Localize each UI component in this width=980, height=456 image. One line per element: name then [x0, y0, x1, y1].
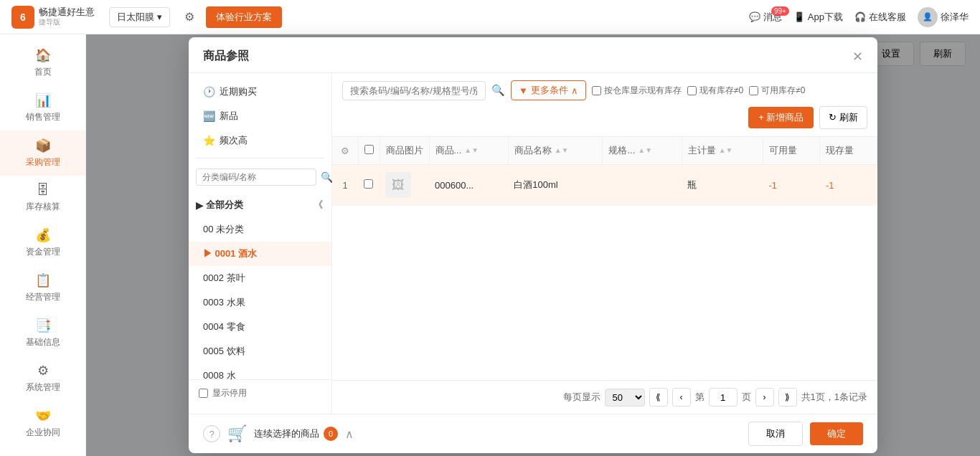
row-code: 000600... — [429, 165, 508, 206]
collapse-footer-icon[interactable]: ∧ — [345, 427, 354, 441]
col-name[interactable]: 商品名称 ▲▼ — [508, 137, 603, 165]
left-panel: 🕐 近期购买 🆕 新品 ⭐ 频次高 — [189, 73, 332, 414]
category-list: ▶ 全部分类 《 00 未分类 ▶ 0001 酒水 0002 茶叶 0003 水… — [189, 190, 331, 379]
prev-page-btn[interactable]: ‹ — [672, 388, 691, 407]
cat-0008[interactable]: 0008 水 — [189, 364, 331, 379]
row-unit: 瓶 — [682, 165, 763, 206]
company-selector[interactable]: 日太阳膜 ▾ — [109, 7, 170, 27]
checkbox-usable-label: 可用库存≠0 — [761, 85, 805, 97]
service-btn[interactable]: 🎧 在线客服 — [854, 11, 906, 24]
table-row[interactable]: 1 🖼 000600... 白酒100ml 瓶 — [332, 165, 877, 206]
select-count: 0 — [324, 427, 338, 441]
sidebar-item-purchase[interactable]: 📦 采购管理 — [0, 130, 85, 176]
cat-0002[interactable]: 0002 茶叶 — [189, 266, 331, 290]
row-num: 1 — [332, 165, 358, 206]
category-search-icon[interactable]: 🔍 — [321, 171, 333, 183]
clock-icon: 🕐 — [203, 86, 215, 98]
sidebar-item-guide[interactable]: 📖 新手引导 — [0, 446, 85, 456]
page-input[interactable] — [709, 388, 738, 407]
collapse-icon[interactable]: 《 — [311, 199, 324, 212]
modal-header: 商品参照 ✕ — [189, 37, 877, 73]
tab-recent[interactable]: 🕐 近期购买 — [196, 80, 324, 103]
col-checkbox[interactable] — [358, 137, 380, 165]
col-available: 可用量 — [763, 137, 820, 165]
help-icon[interactable]: ? — [203, 425, 220, 442]
modal-body: 🕐 近期购买 🆕 新品 ⭐ 频次高 — [189, 73, 877, 414]
checkbox-usable-stock[interactable]: 可用库存≠0 — [749, 85, 805, 97]
row-name: 白酒100ml — [508, 165, 603, 206]
filter-bar: 🔍 ▼ 更多条件 ∧ 按仓库显示现有库存 — [332, 73, 877, 137]
first-page-btn[interactable]: ⟪ — [649, 388, 668, 407]
user-menu[interactable]: 👤 徐泽华 — [918, 7, 969, 27]
show-disabled-toggle[interactable]: 显示停用 — [189, 379, 331, 407]
next-page-btn[interactable]: › — [755, 388, 774, 407]
sidebar-label-sales: 销售管理 — [26, 111, 60, 123]
per-page-select[interactable]: 50 100 200 — [605, 389, 645, 407]
star-icon: ⭐ — [203, 135, 215, 146]
page-label2: 页 — [742, 391, 751, 404]
modal-title: 商品参照 — [203, 49, 249, 64]
sidebar-item-inventory[interactable]: 🗄 库存核算 — [0, 176, 85, 220]
sidebar-item-system[interactable]: ⚙ 系统管理 — [0, 356, 85, 401]
avatar: 👤 — [918, 7, 938, 27]
tab-frequent[interactable]: ⭐ 频次高 — [196, 129, 324, 152]
category-search-input[interactable] — [196, 168, 316, 186]
cart-icon[interactable]: 🛒 — [227, 424, 247, 443]
cat-00[interactable]: 00 未分类 — [189, 217, 331, 242]
logo-icon: 6 — [11, 6, 34, 29]
cat-0004[interactable]: 0004 零食 — [189, 315, 331, 339]
product-search-icon[interactable]: 🔍 — [491, 84, 505, 97]
confirm-btn[interactable]: 确定 — [810, 422, 863, 445]
sidebar-label-system: 系统管理 — [26, 381, 60, 394]
sidebar-item-sales[interactable]: 📊 销售管理 — [0, 85, 85, 130]
filter-arrow-icon: ∧ — [571, 85, 578, 96]
sidebar-item-home[interactable]: 🏠 首页 — [0, 40, 85, 85]
filter-more-btn[interactable]: ▼ 更多条件 ∧ — [511, 80, 586, 100]
exp-btn[interactable]: 体验行业方案 — [206, 6, 282, 28]
row-check[interactable] — [358, 165, 380, 206]
col-spec[interactable]: 规格... ▲▼ — [603, 137, 682, 165]
sidebar-item-operation[interactable]: 📋 经营管理 — [0, 265, 85, 310]
sidebar-item-basic[interactable]: 📑 基础信息 — [0, 310, 85, 356]
app-download-btn[interactable]: 📱 App下载 — [793, 11, 843, 24]
phone-icon: 📱 — [793, 11, 805, 22]
cat-0001[interactable]: ▶ 0001 酒水 — [189, 242, 331, 266]
refresh-btn[interactable]: ↻ 刷新 — [819, 106, 867, 129]
settings-icon[interactable]: ⚙ — [179, 6, 200, 28]
sidebar-item-finance[interactable]: 💰 资金管理 — [0, 220, 85, 265]
show-disabled-checkbox[interactable] — [199, 389, 208, 398]
checkbox-available-stock[interactable]: 现有库存≠0 — [687, 85, 743, 97]
tab-new[interactable]: 🆕 新品 — [196, 105, 324, 128]
quick-tabs: 🕐 近期购买 🆕 新品 ⭐ 频次高 — [189, 80, 331, 152]
product-table-container: ⚙ 商品图片 商品... ▲▼ — [332, 137, 877, 380]
show-disabled-label: 显示停用 — [212, 387, 247, 399]
product-reference-modal: 商品参照 ✕ 🕐 近期购买 🆕 — [189, 37, 877, 453]
col-unit[interactable]: 主计量 ▲▼ — [682, 137, 763, 165]
cat-0005[interactable]: 0005 饮料 — [189, 339, 331, 364]
purchase-icon: 📦 — [35, 138, 51, 153]
message-btn[interactable]: 💬 消息 99+ — [749, 11, 782, 24]
continuous-select[interactable]: 连续选择的商品 0 — [254, 427, 338, 441]
sidebar: 🏠 首页 📊 销售管理 📦 采购管理 🗄 库存核算 💰 资金管理 📋 经营管理 … — [0, 34, 86, 456]
headset-icon: 🎧 — [854, 11, 866, 22]
product-table: ⚙ 商品图片 商品... ▲▼ — [332, 137, 877, 206]
select-all-checkbox[interactable] — [364, 145, 374, 154]
finance-icon: 💰 — [35, 227, 51, 243]
row-img: 🖼 — [380, 165, 429, 206]
chevron-down-icon: ▾ — [157, 11, 162, 22]
add-product-btn[interactable]: + 新增商品 — [748, 107, 814, 128]
sidebar-item-collab[interactable]: 🤝 企业协同 — [0, 401, 85, 446]
col-code[interactable]: 商品... ▲▼ — [429, 137, 508, 165]
checkbox-warehouse[interactable]: 按仓库显示现有库存 — [592, 85, 682, 97]
last-page-btn[interactable]: ⟫ — [778, 388, 797, 407]
cancel-btn[interactable]: 取消 — [748, 422, 803, 446]
col-settings[interactable]: ⚙ — [332, 137, 358, 165]
cat-0003[interactable]: 0003 水果 — [189, 290, 331, 315]
guide-icon: 📖 — [35, 453, 51, 456]
row-spec — [603, 165, 682, 206]
user-name: 徐泽华 — [941, 11, 969, 24]
product-search-input[interactable] — [342, 81, 486, 100]
modal-close-btn[interactable]: ✕ — [852, 50, 863, 63]
basic-icon: 📑 — [35, 318, 51, 333]
category-all[interactable]: ▶ 全部分类 《 — [189, 193, 331, 217]
